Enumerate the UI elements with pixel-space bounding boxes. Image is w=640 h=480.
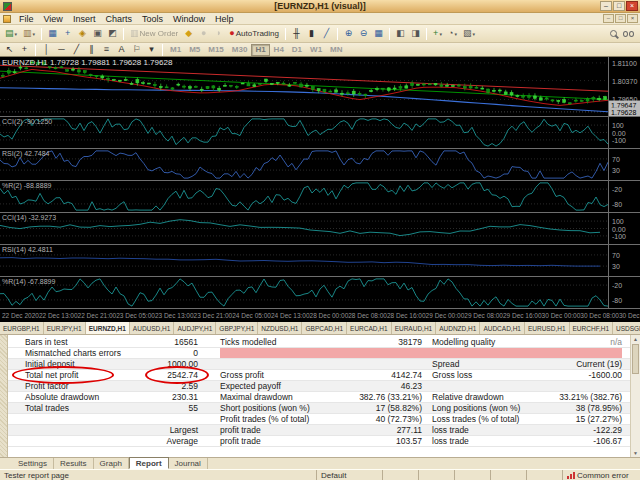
indicator-window-3[interactable]: %R(2) -88.8889-20-80 bbox=[0, 180, 640, 212]
timeframe-h1[interactable]: H1 bbox=[251, 44, 269, 56]
mdi-restore-button[interactable]: □ bbox=[615, 14, 626, 23]
menu-window[interactable]: Window bbox=[168, 14, 210, 24]
strategy-tester-button[interactable]: ◩ bbox=[105, 26, 120, 41]
indicator-label: %R(2) -88.8889 bbox=[2, 182, 51, 189]
vertical-line-button[interactable]: │ bbox=[39, 42, 54, 57]
chart-tab-gbpcad[interactable]: GBPCAD,H1 bbox=[302, 322, 347, 334]
expert-advisors-button[interactable]: ◆ bbox=[181, 26, 196, 41]
text-button[interactable]: A bbox=[114, 42, 129, 57]
market-watch-button[interactable]: ▦ bbox=[45, 26, 60, 41]
indicators-button[interactable]: +▾ bbox=[430, 26, 445, 41]
timeframe-h4[interactable]: H4 bbox=[270, 44, 288, 56]
chart-tab-eurusd[interactable]: EURUSD,H1 bbox=[525, 322, 570, 334]
timeframe-w1[interactable]: W1 bbox=[306, 44, 326, 56]
tester-panel-grip[interactable] bbox=[0, 335, 8, 457]
chart-tab-audusd[interactable]: AUDUSD,H1 bbox=[130, 322, 175, 334]
timeframe-d1[interactable]: D1 bbox=[288, 44, 306, 56]
periods-button[interactable]: ◔▾ bbox=[445, 26, 460, 41]
chart-tab-audcad[interactable]: AUDCAD,H1 bbox=[480, 322, 525, 334]
autotrading-button[interactable]: ●AutoTrading bbox=[226, 26, 282, 41]
find-symbol-icon[interactable] bbox=[623, 31, 634, 37]
chart-tab-eurjpy[interactable]: EURJPY,H1 bbox=[44, 322, 86, 334]
terminal-button[interactable]: ▣ bbox=[90, 26, 105, 41]
indicator-canvas[interactable] bbox=[0, 149, 608, 180]
zoom-out-button[interactable]: ⊖ bbox=[356, 26, 371, 41]
report-scrollbar[interactable]: ▲ ▼ bbox=[630, 335, 640, 457]
main-chart-window[interactable]: EURNZD,H1 1.79728 1.79881 1.79628 1.7962… bbox=[0, 57, 640, 116]
fibonacci-button[interactable]: ≡ bbox=[99, 42, 114, 57]
chart-tab-eurnzd[interactable]: EURNZD,H1 bbox=[86, 322, 130, 334]
indicator-window-1[interactable]: CCI(2) -90.12501000.00-100 bbox=[0, 116, 640, 148]
channel-button[interactable]: ∥ bbox=[84, 42, 99, 57]
templates-button[interactable]: ▧▾ bbox=[460, 26, 478, 41]
chart-tab-audjpy[interactable]: AUDJPY,H1 bbox=[174, 322, 216, 334]
crosshair-button[interactable]: + bbox=[17, 42, 32, 57]
indicator-canvas[interactable] bbox=[0, 277, 608, 308]
chart-shift-button[interactable]: ◧ bbox=[393, 26, 408, 41]
timeframe-mn[interactable]: MN bbox=[326, 44, 346, 56]
shapes-dropdown-button[interactable]: ▾ bbox=[144, 42, 159, 57]
auto-scroll-button[interactable]: ◨ bbox=[408, 26, 423, 41]
scrollbar-thumb[interactable] bbox=[632, 344, 639, 374]
chart-tab-audnzd[interactable]: AUDNZD,H1 bbox=[436, 322, 480, 334]
indicator-canvas[interactable] bbox=[0, 213, 608, 244]
support-button[interactable]: ◗ bbox=[211, 26, 226, 41]
indicator-window-2[interactable]: RSI(2) 42.74847030 bbox=[0, 148, 640, 180]
time-axis-label: 23 Dec 05:00 bbox=[116, 312, 155, 319]
new-chart-button[interactable]: ▤▾ bbox=[2, 26, 20, 41]
new-order-button[interactable]: ▥New Order bbox=[127, 26, 181, 41]
navigator-button[interactable]: ◈ bbox=[75, 26, 90, 41]
tester-tab-journal[interactable]: Journal bbox=[169, 458, 208, 469]
indicator-window-5[interactable]: RSI(14) 42.48117030 bbox=[0, 244, 640, 276]
chart-tab-eurcad[interactable]: EURCAD,H1 bbox=[347, 322, 392, 334]
menu-insert[interactable]: Insert bbox=[68, 14, 101, 24]
horizontal-line-button[interactable]: ─ bbox=[54, 42, 69, 57]
line-chart-button[interactable]: ╱ bbox=[319, 26, 334, 41]
tester-tab-settings[interactable]: Settings bbox=[12, 458, 54, 469]
chart-tab-usdsgd[interactable]: USDSGD,H1 bbox=[613, 322, 640, 334]
close-button[interactable]: × bbox=[626, 1, 638, 11]
chart-tab-gbpjpy[interactable]: GBPJPY,H1 bbox=[216, 322, 258, 334]
mdi-minimize-button[interactable]: – bbox=[603, 14, 614, 23]
arrows-tool-button[interactable]: ⚐ bbox=[129, 42, 144, 57]
restore-button[interactable]: □ bbox=[613, 1, 625, 11]
tile-windows-button[interactable]: ▦ bbox=[371, 26, 386, 41]
timeframe-m15[interactable]: M15 bbox=[204, 44, 228, 56]
connection-status[interactable]: Common error bbox=[562, 470, 640, 480]
indicator-canvas[interactable] bbox=[0, 245, 608, 276]
chart-tab-euraud[interactable]: EURAUD,H1 bbox=[392, 322, 437, 334]
cursor-button[interactable]: ↖ bbox=[2, 42, 17, 57]
chart-tab-nzdusd[interactable]: NZDUSD,H1 bbox=[258, 322, 302, 334]
zoom-in-button[interactable]: ⊕ bbox=[341, 26, 356, 41]
scroll-up-icon[interactable]: ▲ bbox=[631, 336, 640, 342]
menu-help[interactable]: Help bbox=[210, 14, 239, 24]
chart-tab-eurgbp[interactable]: EURGBP,H1 bbox=[0, 322, 44, 334]
indicator-window-4[interactable]: CCI(14) -32.92731000.00-100 bbox=[0, 212, 640, 244]
menu-view[interactable]: View bbox=[39, 14, 68, 24]
timeframe-m30[interactable]: M30 bbox=[228, 44, 252, 56]
candlestick-chart-button[interactable]: ▮ bbox=[304, 26, 319, 41]
menu-file[interactable]: File bbox=[14, 14, 39, 24]
indicator-canvas[interactable] bbox=[0, 117, 608, 148]
menu-tools[interactable]: Tools bbox=[137, 14, 168, 24]
bar-chart-button[interactable]: ╫ bbox=[289, 26, 304, 41]
trendline-button[interactable]: ╱ bbox=[69, 42, 84, 57]
chart-tab-eurchf[interactable]: EURCHF,H1 bbox=[570, 322, 613, 334]
open-account-button[interactable]: ● bbox=[196, 26, 211, 41]
scroll-down-icon[interactable]: ▼ bbox=[631, 450, 640, 456]
time-axis-label: 22 Dec 13:00 bbox=[39, 312, 78, 319]
tester-tab-graph[interactable]: Graph bbox=[94, 458, 129, 469]
status-profile[interactable]: Default bbox=[316, 470, 382, 480]
timeframe-m5[interactable]: M5 bbox=[185, 44, 204, 56]
minimize-button[interactable]: – bbox=[600, 1, 612, 11]
mdi-close-button[interactable]: × bbox=[627, 14, 638, 23]
indicator-canvas[interactable] bbox=[0, 181, 608, 212]
tester-tab-results[interactable]: Results bbox=[54, 458, 94, 469]
tester-tab-report[interactable]: Report bbox=[129, 457, 169, 469]
menu-charts[interactable]: Charts bbox=[100, 14, 137, 24]
data-window-button[interactable]: + bbox=[60, 26, 75, 41]
timeframe-m1[interactable]: M1 bbox=[166, 44, 185, 56]
search-icon[interactable] bbox=[610, 30, 617, 37]
indicator-window-6[interactable]: %R(14) -67.8899-20-80 bbox=[0, 276, 640, 308]
profiles-button[interactable]: ▥▾ bbox=[20, 26, 38, 41]
